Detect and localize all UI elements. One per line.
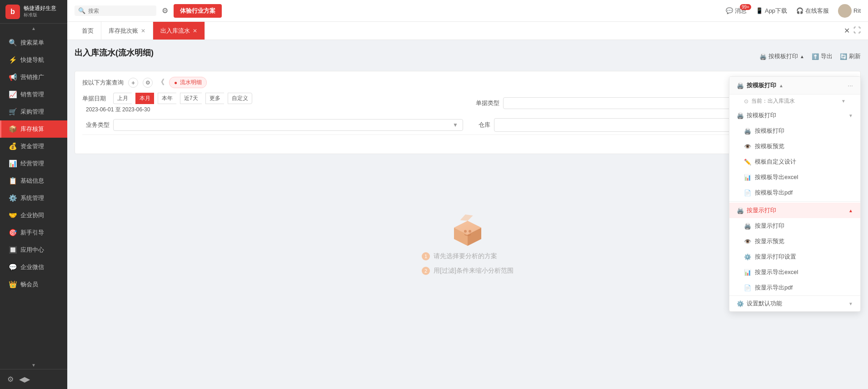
search-collapse-icon[interactable]: 《 <box>157 78 165 87</box>
display-pdf-item[interactable]: 📄 按显示导出pdf <box>729 280 860 295</box>
business-type-select[interactable]: ▼ <box>113 119 463 131</box>
sidebar-logo: b 畅捷通好生意 标准版 <box>0 0 67 24</box>
online-service-button[interactable]: 🎧 在线客服 <box>796 7 829 15</box>
display-settings-item[interactable]: ⚙️ 按显示打印设置 <box>729 249 860 264</box>
apps-icon: 🔲 <box>9 246 17 254</box>
sidebar-item-wechat[interactable]: 💬 企业微信 <box>0 259 67 276</box>
display-print-header[interactable]: 🖨️ 按显示打印 ▲ <box>729 203 860 218</box>
display-section-arrow: ▲ <box>848 208 853 213</box>
settings-icon[interactable]: ⚙ <box>7 375 14 384</box>
date-btn-custom[interactable]: 自定义 <box>228 93 252 104</box>
display-printer-icon: 🖨️ <box>744 223 751 229</box>
sidebar-item-inventory[interactable]: 📦 库存核算 <box>0 120 67 138</box>
content-area: 出入库流水(流水明细) 🖨️ 按模板打印 ▲ ⬆️ 导出 🔄 刷新 <box>67 40 868 389</box>
message-button[interactable]: 💬 消息 99+ <box>726 7 747 15</box>
template-design-label: 模板自定义设计 <box>755 158 796 166</box>
sidebar-item-finance[interactable]: 💰 资金管理 <box>0 138 67 155</box>
sidebar-item-system[interactable]: ⚙️ 系统管理 <box>0 190 67 207</box>
template-preview-item[interactable]: 👁️ 按模板预览 <box>729 139 860 154</box>
sidebar-item-sales[interactable]: 📈 销售管理 <box>0 86 67 103</box>
sidebar-item-search[interactable]: 🔍 搜索菜单 <box>0 34 67 51</box>
date-btn-last-month[interactable]: 上月 <box>113 93 132 104</box>
date-btn-this-year[interactable]: 本年 <box>158 93 176 104</box>
sidebar-item-collab[interactable]: 🤝 企业协同 <box>0 207 67 224</box>
sidebar-item-label: 营销推广 <box>20 73 44 81</box>
search-add-button[interactable]: + <box>128 78 138 88</box>
refresh-button[interactable]: 🔄 刷新 <box>840 52 861 60</box>
display-print-header-inner: 🖨️ 按显示打印 <box>737 206 776 214</box>
inventory-icon: 📦 <box>9 125 17 133</box>
user-avatar-area[interactable]: Rit <box>838 4 861 18</box>
sidebar-item-label: 采购管理 <box>20 108 44 116</box>
app-name-block: 畅捷通好生意 标准版 <box>24 5 56 19</box>
sidebar-item-label: 畅会员 <box>20 280 38 289</box>
date-range-display: 2023-06-01 至 2023-06-30 <box>82 106 150 114</box>
sidebar-footer: ⚙ ◀▶ <box>0 369 67 389</box>
warehouse-label: 仓库 <box>472 121 490 129</box>
trial-button[interactable]: 体验行业方案 <box>174 4 222 18</box>
tab-maximize-icon[interactable]: ⛶ <box>853 26 861 35</box>
tab-flow-close-icon[interactable]: ✕ <box>193 28 197 34</box>
business-type-field: 业务类型 ▼ <box>82 119 463 131</box>
avatar <box>838 4 852 18</box>
tabbar-right: ✕ ⛶ <box>844 26 861 35</box>
display-settings-icon: ⚙️ <box>744 254 751 260</box>
dropdown-header: 🖨️ 按模板打印 ▲ ··· <box>729 77 860 95</box>
sidebar-item-basic[interactable]: 📋 基础信息 <box>0 172 67 190</box>
tab-close-all-icon[interactable]: ✕ <box>844 26 850 35</box>
template-pdf-item[interactable]: 📄 按模板导出pdf <box>729 185 860 200</box>
date-btn-this-month[interactable]: 本月 <box>135 93 154 104</box>
dropdown-footer[interactable]: ⚙️ 设置默认功能 ▼ <box>729 295 860 311</box>
date-field-label: 单据日期 <box>82 95 106 103</box>
sidebar-scroll-up[interactable]: ▲ <box>0 24 67 32</box>
display-excel-item[interactable]: 📊 按显示导出excel <box>729 264 860 280</box>
sidebar-scroll-down[interactable]: ▼ <box>0 360 67 369</box>
filter-tag-stream[interactable]: ● 流水明细 <box>169 77 207 88</box>
current-icon: ⊙ <box>744 98 748 105</box>
topbar-search-input[interactable] <box>88 8 143 14</box>
sidebar-item-apps[interactable]: 🔲 应用中心 <box>0 241 67 259</box>
print-template-button[interactable]: 🖨️ 按模板打印 ▲ <box>759 52 804 60</box>
tab-batch-close-icon[interactable]: ✕ <box>141 28 145 34</box>
sidebar-item-marketing[interactable]: 📢 营销推广 <box>0 69 67 86</box>
topbar-search-container[interactable]: 🔍 <box>75 5 156 16</box>
topbar-gear-icon[interactable]: ⚙ <box>162 6 168 15</box>
date-field: 单据日期 上月 本月 本年 近7天 更多 自定义 2023-06-01 至 20… <box>82 93 463 114</box>
dropdown-footer-inner: ⚙️ 设置默认功能 <box>737 299 782 308</box>
template-print-header-inner: 🖨️ 按模板打印 <box>737 111 776 120</box>
display-settings-label: 按显示打印设置 <box>755 253 796 261</box>
display-preview-item[interactable]: 👁️ 按显示预览 <box>729 234 860 249</box>
sidebar-item-guide[interactable]: 🎯 新手引导 <box>0 224 67 241</box>
date-range-value: 2023-06-01 至 2023-06-30 <box>86 106 150 113</box>
template-print-label: 按模板打印 <box>747 111 776 120</box>
sidebar-item-operations[interactable]: 📊 经营管理 <box>0 155 67 172</box>
sidebar-item-quick-nav[interactable]: ⚡ 快捷导航 <box>0 51 67 69</box>
tab-batch[interactable]: 库存批次账 ✕ <box>101 22 153 40</box>
sidebar-item-member[interactable]: 👑 畅会员 <box>0 276 67 293</box>
page-actions: 🖨️ 按模板打印 ▲ ⬆️ 导出 🔄 刷新 <box>759 52 861 60</box>
sidebar-item-label: 快捷导航 <box>20 56 44 64</box>
sidebar-item-purchase[interactable]: 🛒 采购管理 <box>0 103 67 120</box>
dropdown-title: 🖨️ 按模板打印 ▲ <box>737 81 783 90</box>
export-label: 导出 <box>821 52 833 60</box>
template-design-item[interactable]: ✏️ 模板自定义设计 <box>729 154 860 170</box>
sidebar-item-label: 经营管理 <box>20 160 44 168</box>
date-btn-more[interactable]: 更多 <box>205 93 224 104</box>
online-service-label: 在线客服 <box>805 7 829 15</box>
date-btn-7days[interactable]: 近7天 <box>180 93 202 104</box>
empty-hint-2: 2 用[过滤]条件来缩小分析范围 <box>422 265 514 277</box>
collapse-sidebar-icon[interactable]: ◀▶ <box>19 375 30 384</box>
export-button[interactable]: ⬆️ 导出 <box>812 52 833 60</box>
dropdown-more-icon[interactable]: ··· <box>848 82 853 89</box>
template-print-item[interactable]: 🖨️ 按模板打印 <box>729 123 860 139</box>
tab-flow[interactable]: 出入库流水 ✕ <box>153 22 205 40</box>
app-download-button[interactable]: 📱 App下载 <box>756 7 787 15</box>
tab-home[interactable]: 首页 <box>75 22 101 40</box>
print-icon: 🖨️ <box>737 82 744 89</box>
template-excel-item[interactable]: 📊 按模板导出excel <box>729 170 860 185</box>
dropdown-footer-label: 设置默认功能 <box>747 299 782 308</box>
template-print-header[interactable]: 🖨️ 按模板打印 ▼ <box>729 108 860 123</box>
display-print-item[interactable]: 🖨️ 按显示打印 <box>729 218 860 234</box>
design-icon: ✏️ <box>744 159 751 165</box>
search-settings-button[interactable]: ⚙ <box>143 78 153 88</box>
